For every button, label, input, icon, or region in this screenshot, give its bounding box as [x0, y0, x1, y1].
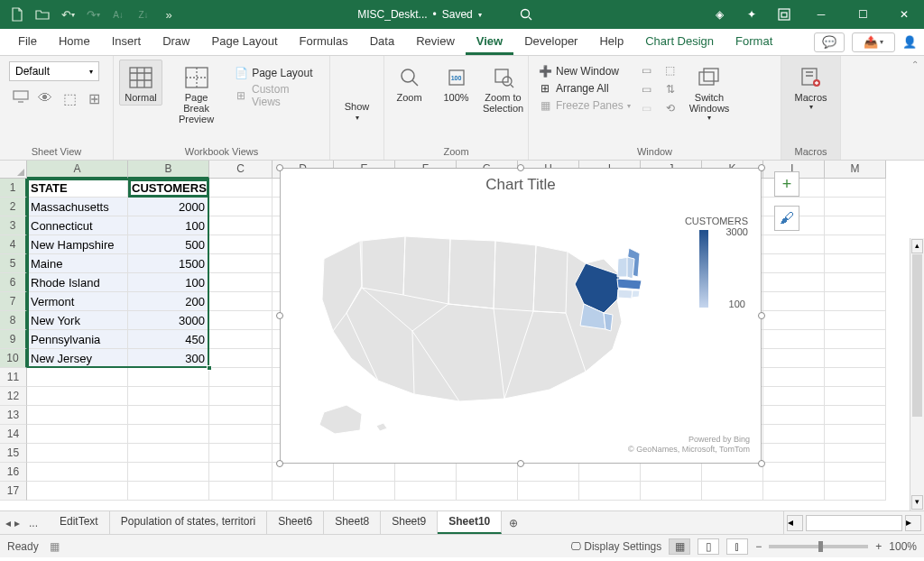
- row-header[interactable]: 4: [0, 235, 27, 254]
- cell[interactable]: [825, 311, 886, 330]
- cell[interactable]: [27, 444, 128, 463]
- cell[interactable]: [763, 349, 825, 368]
- menu-page-layout[interactable]: Page Layout: [201, 29, 289, 55]
- cell[interactable]: [209, 482, 273, 501]
- cell[interactable]: [579, 463, 641, 482]
- cell[interactable]: [825, 444, 886, 463]
- sheet-tab[interactable]: EditText: [49, 511, 110, 534]
- open-file-icon[interactable]: [31, 3, 54, 26]
- cell[interactable]: [825, 216, 886, 235]
- zoom-out-button[interactable]: −: [755, 540, 762, 553]
- cell[interactable]: [209, 254, 273, 273]
- cell[interactable]: [395, 463, 457, 482]
- cell[interactable]: [395, 482, 457, 501]
- cell[interactable]: [763, 463, 825, 482]
- cell[interactable]: [825, 179, 886, 198]
- cell[interactable]: [825, 482, 886, 501]
- cell[interactable]: [763, 444, 825, 463]
- cell[interactable]: [273, 482, 334, 501]
- menu-developer[interactable]: Developer: [513, 29, 588, 55]
- menu-insert[interactable]: Insert: [101, 29, 152, 55]
- cell[interactable]: [334, 482, 395, 501]
- search-icon[interactable]: [520, 8, 532, 21]
- display-settings-button[interactable]: 🖵 Display Settings: [570, 540, 661, 553]
- cell[interactable]: [209, 273, 273, 292]
- cell[interactable]: [128, 368, 209, 387]
- row-header[interactable]: 6: [0, 273, 27, 292]
- menu-file[interactable]: File: [7, 29, 48, 55]
- cell[interactable]: [209, 198, 273, 216]
- macros-button[interactable]: Macros▾: [790, 60, 833, 114]
- row-header[interactable]: 14: [0, 425, 27, 444]
- column-header[interactable]: C: [209, 161, 273, 179]
- close-button[interactable]: ✕: [884, 0, 924, 29]
- cell[interactable]: [27, 406, 128, 425]
- page-break-preview-button[interactable]: Page Break Preview: [166, 60, 226, 127]
- cell[interactable]: [209, 179, 273, 198]
- normal-view-button[interactable]: Normal: [119, 60, 162, 106]
- cell[interactable]: [825, 292, 886, 311]
- chart-title[interactable]: Chart Title: [281, 176, 761, 194]
- row-header[interactable]: 17: [0, 482, 27, 501]
- cell[interactable]: [825, 349, 886, 368]
- cell[interactable]: [209, 406, 273, 425]
- cell[interactable]: [27, 463, 128, 482]
- page-layout-view-icon[interactable]: ▯: [698, 538, 719, 555]
- comments-button[interactable]: 💬: [814, 32, 845, 52]
- sheet-tab[interactable]: Population of states, territori: [110, 511, 267, 534]
- cell[interactable]: [209, 235, 273, 254]
- show-button[interactable]: Show▾: [336, 60, 379, 124]
- minimize-button[interactable]: ─: [801, 0, 841, 29]
- cell[interactable]: [27, 387, 128, 406]
- cell[interactable]: [209, 425, 273, 444]
- cell[interactable]: [763, 254, 825, 273]
- cell[interactable]: [128, 444, 209, 463]
- tab-next-icon[interactable]: ▸: [14, 517, 20, 529]
- row-header[interactable]: 2: [0, 198, 27, 216]
- sheet-tab[interactable]: Sheet6: [267, 511, 324, 534]
- sheet-tab[interactable]: Sheet10: [438, 511, 502, 534]
- cell[interactable]: [209, 368, 273, 387]
- menu-formulas[interactable]: Formulas: [289, 29, 359, 55]
- cell[interactable]: [825, 387, 886, 406]
- sheet-view-dropdown[interactable]: Default▾: [9, 61, 99, 81]
- app-icon[interactable]: [769, 0, 799, 29]
- cell[interactable]: [763, 235, 825, 254]
- row-header[interactable]: 12: [0, 387, 27, 406]
- cell[interactable]: [763, 311, 825, 330]
- cell[interactable]: [27, 482, 128, 501]
- zoom-selection-button[interactable]: Zoom to Selection: [482, 60, 525, 116]
- cell[interactable]: [763, 425, 825, 444]
- reset-pos-icon[interactable]: ⟲: [660, 101, 681, 115]
- cell[interactable]: [825, 330, 886, 349]
- zoom-100-button[interactable]: 100100%: [435, 60, 478, 106]
- sheet-tab[interactable]: Sheet8: [324, 511, 381, 534]
- zoom-slider[interactable]: [769, 545, 868, 548]
- menu-format[interactable]: Format: [725, 29, 783, 55]
- row-header[interactable]: 15: [0, 444, 27, 463]
- row-header[interactable]: 16: [0, 463, 27, 482]
- cell[interactable]: [209, 444, 273, 463]
- cell[interactable]: [825, 254, 886, 273]
- row-header[interactable]: 1: [0, 179, 27, 198]
- cell[interactable]: [825, 198, 886, 216]
- collapse-ribbon-icon[interactable]: ⌃: [911, 60, 919, 69]
- row-header[interactable]: 7: [0, 292, 27, 311]
- split-icon[interactable]: ▭: [638, 63, 656, 78]
- cell[interactable]: [457, 482, 518, 501]
- cell[interactable]: [763, 368, 825, 387]
- cell[interactable]: [825, 425, 886, 444]
- cell[interactable]: [641, 482, 702, 501]
- menu-home[interactable]: Home: [48, 29, 101, 55]
- cell[interactable]: [518, 482, 579, 501]
- tab-prev-icon[interactable]: ◂: [5, 517, 11, 529]
- tab-ellipsis[interactable]: ...: [23, 517, 43, 529]
- cell[interactable]: [209, 292, 273, 311]
- more-icon[interactable]: »: [157, 3, 180, 26]
- row-header[interactable]: 8: [0, 311, 27, 330]
- cell[interactable]: [763, 330, 825, 349]
- cell[interactable]: [457, 463, 518, 482]
- cell[interactable]: [763, 387, 825, 406]
- cell[interactable]: [702, 482, 763, 501]
- row-header[interactable]: 9: [0, 330, 27, 349]
